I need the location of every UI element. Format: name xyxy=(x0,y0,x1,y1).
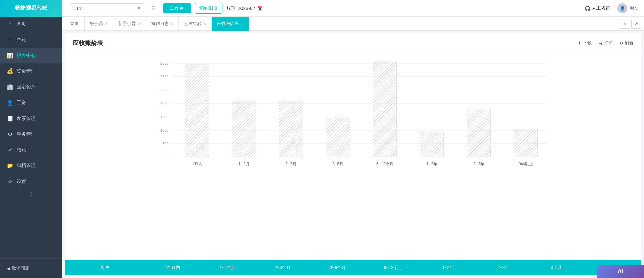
assets-icon: 🏢 xyxy=(7,84,13,90)
tab-close-icon[interactable]: × xyxy=(105,21,107,26)
bar-chart: 2500 2500 2500 2000 1500 1000 500 0 xyxy=(73,57,633,177)
download-label: 下载 xyxy=(583,40,592,46)
salary-icon: 👤 xyxy=(7,99,13,106)
tab-member[interactable]: 畅会员× xyxy=(85,17,113,31)
calendar-icon[interactable]: 📅 xyxy=(257,6,263,11)
avatar: 👤 xyxy=(617,3,627,13)
tab-oplog[interactable]: 操作日志× xyxy=(146,17,179,31)
headset-icon: 🎧 xyxy=(585,6,590,11)
sidebar-item-assets[interactable]: 🏢 固定资产 xyxy=(0,79,62,95)
sidebar-item-funds[interactable]: 💰 资金管理 xyxy=(0,63,62,79)
svg-text:1月内: 1月内 xyxy=(192,162,202,166)
sidebar: ⌂ 首页 ≡ 总账 📊 报表中心 💰 资金管理 🏢 固定资产 👤 工资 🧾 发票… xyxy=(0,17,62,278)
tab-close-icon[interactable]: × xyxy=(241,21,243,26)
period-label: 账期 xyxy=(226,5,236,11)
svg-text:6~12个月: 6~12个月 xyxy=(376,162,393,166)
tax-icon: ⚙ xyxy=(7,131,13,137)
sidebar-item-tax[interactable]: ⚙ 税务管理 xyxy=(0,126,62,142)
svg-text:500: 500 xyxy=(162,142,168,146)
tab-label: 操作日志 xyxy=(151,21,169,27)
sidebar-item-salary[interactable]: 👤 工资 xyxy=(0,95,62,111)
svg-text:2~3月: 2~3月 xyxy=(285,162,296,166)
chevron-down-icon: ▾ xyxy=(138,5,140,11)
tab-guide[interactable]: 新手引导× xyxy=(113,17,146,31)
svg-text:2500: 2500 xyxy=(160,61,168,65)
svg-rect-19 xyxy=(232,102,256,157)
sidebar-item-closing[interactable]: ✓ 结账 xyxy=(0,142,62,158)
svg-text:2500: 2500 xyxy=(160,75,168,79)
svg-text:3~6月: 3~6月 xyxy=(332,162,343,166)
table-header-row: 客户1个月内1~2个月2~3个月3~6个月6~12个月1~2年2~3年3年以上合… xyxy=(65,260,641,275)
chart-area: 2500 2500 2500 2000 1500 1000 500 0 xyxy=(65,51,641,260)
tab-label: 应收账龄表 xyxy=(217,21,239,27)
copy-button[interactable]: ⎘ xyxy=(148,3,159,14)
tab-label: 新手引导 xyxy=(118,21,136,27)
refresh-button[interactable]: ↻ 刷新 xyxy=(620,40,633,46)
sidebar-item-label: 发票管理 xyxy=(17,116,36,122)
tab-label: 畅会员 xyxy=(90,21,103,27)
maximize-tab-button[interactable]: ⤢ xyxy=(631,19,641,29)
table-col-header-3: 2~3个月 xyxy=(255,265,310,271)
sidebar-item-label: 报表中心 xyxy=(17,53,36,59)
tab-close-icon[interactable]: × xyxy=(204,21,206,26)
svg-text:3年以上: 3年以上 xyxy=(519,162,533,166)
company-selector[interactable]: 1111 ▾ xyxy=(70,3,144,13)
tab-close-icon[interactable]: × xyxy=(171,21,173,26)
sidebar-item-archive[interactable]: 📁 归档管理 xyxy=(0,158,62,173)
sidebar-item-label: 首页 xyxy=(17,21,26,27)
ai-badge[interactable]: Ai xyxy=(597,265,644,278)
sidebar-item-reports[interactable]: 📊 报表中心 xyxy=(0,48,62,63)
settings-icon: ⚙ xyxy=(7,178,13,185)
svg-rect-21 xyxy=(279,102,303,157)
funds-icon: 💰 xyxy=(7,68,13,74)
switch-old-button[interactable]: 切到旧版 xyxy=(195,3,222,14)
closing-icon: ✓ xyxy=(7,147,13,153)
svg-text:2000: 2000 xyxy=(160,101,168,106)
sidebar-bottom: ◀ 取消固定 xyxy=(0,258,62,278)
svg-rect-31 xyxy=(514,129,538,157)
sidebar-item-ledger[interactable]: ≡ 总账 xyxy=(0,32,62,48)
user-area[interactable]: 👤 用友 xyxy=(617,3,639,13)
close-tab-button[interactable]: ✕ xyxy=(620,19,630,29)
print-icon: 🖨 xyxy=(598,41,603,46)
tab-home[interactable]: 首页 xyxy=(65,17,85,31)
sidebar-item-label: 工资 xyxy=(17,100,26,106)
app-logo: 畅捷通易代账 xyxy=(15,5,47,12)
print-button[interactable]: 🖨 打印 xyxy=(598,40,613,46)
svg-rect-25 xyxy=(373,62,397,157)
copy-icon: ⎘ xyxy=(152,5,155,11)
tab-close-icon[interactable]: × xyxy=(138,21,140,26)
table-col-header-0: 客户 xyxy=(65,265,145,271)
sidebar-item-label: 税务管理 xyxy=(17,131,36,137)
svg-text:1~2月: 1~2月 xyxy=(238,162,249,166)
download-button[interactable]: ⬇ 下载 xyxy=(578,40,592,46)
tab-ar_aging[interactable]: 应收账龄表× xyxy=(212,17,249,31)
ai-label: Ai xyxy=(618,268,624,275)
company-name: 1111 xyxy=(74,6,135,11)
top-header: 畅捷通易代账 1111 ▾ ⎘ 工作台 切到旧版 账期 2023-02 📅 🎧 … xyxy=(0,0,644,17)
table-col-header-8: 3年以上 xyxy=(531,265,586,271)
tab-label: 首页 xyxy=(70,21,79,27)
refresh-label: 刷新 xyxy=(625,40,633,46)
sidebar-item-invoice[interactable]: 🧾 发票管理 xyxy=(0,111,62,126)
sidebar-item-label: 设置 xyxy=(17,179,26,185)
home-icon: ⌂ xyxy=(7,21,13,27)
sidebar-item-home[interactable]: ⌂ 首页 xyxy=(0,17,62,32)
table-col-header-2: 1~2个月 xyxy=(200,265,255,271)
header-right: 🎧 人工咨询 👤 用友 xyxy=(585,3,639,13)
refresh-icon: ↻ xyxy=(620,41,623,46)
svg-rect-29 xyxy=(467,109,491,157)
consult-label: 人工咨询 xyxy=(592,5,610,11)
collapse-button[interactable]: ◀ 取消固定 xyxy=(0,262,62,275)
sidebar-item-label: 固定资产 xyxy=(17,84,36,90)
main-layout: ⌂ 首页 ≡ 总账 📊 报表中心 💰 资金管理 🏢 固定资产 👤 工资 🧾 发票… xyxy=(0,17,644,278)
workbench-button[interactable]: 工作台 xyxy=(163,3,191,13)
period-area: 账期 2023-02 📅 xyxy=(226,5,263,11)
consult-button[interactable]: 🎧 人工咨询 xyxy=(585,5,610,11)
ledger-icon: ≡ xyxy=(7,37,13,43)
table-col-header-5: 6~12个月 xyxy=(366,265,421,271)
tabs-bar: 首页畅会员×新手引导×操作日志×期末结转×应收账龄表× ✕ ⤢ xyxy=(62,17,644,31)
tab-period_closing[interactable]: 期末结转× xyxy=(179,17,212,31)
sidebar-item-settings[interactable]: ⚙ 设置 xyxy=(0,173,62,189)
period-value: 2023-02 xyxy=(238,6,255,11)
